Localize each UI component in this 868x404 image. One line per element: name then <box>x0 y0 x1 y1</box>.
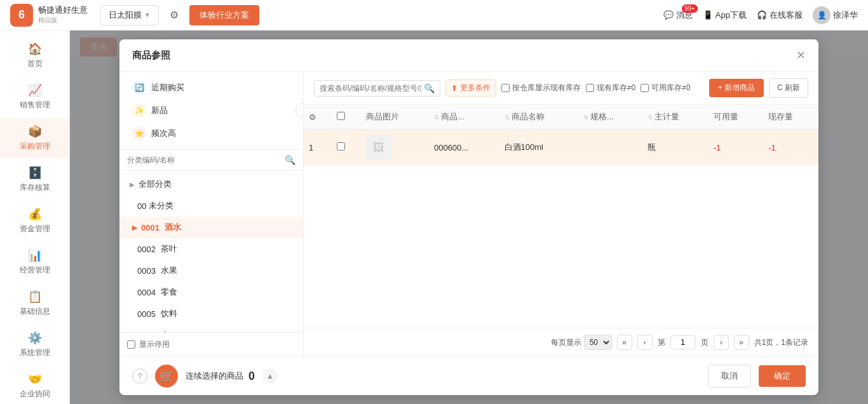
category-item-0001[interactable]: ▶ 0001 酒水 <box>119 217 303 238</box>
category-item-all[interactable]: ▶ 全部分类 <box>119 173 303 195</box>
sidebar-item-finance[interactable]: 💰 资金管理 <box>0 201 69 241</box>
available-stock-checkbox[interactable] <box>641 84 649 92</box>
th-stock: 现存量 <box>763 105 818 130</box>
system-icon: ⚙️ <box>28 331 42 345</box>
sidebar-item-collab[interactable]: 🤝 企业协同 <box>0 366 69 404</box>
sales-icon: 📈 <box>28 83 42 97</box>
row-unit: 瓶 <box>642 130 709 166</box>
trial-button[interactable]: 体验行业方案 <box>189 5 259 25</box>
help-icon[interactable]: ? <box>132 368 147 384</box>
add-product-button[interactable]: + 新增商品 <box>709 79 764 97</box>
row-check <box>332 130 361 166</box>
cart-icon[interactable]: 🛒 <box>155 365 178 387</box>
available-stock-filter[interactable]: 可用库存≠0 <box>641 83 690 93</box>
sidebar-item-business[interactable]: 📊 经营管理 <box>0 242 69 282</box>
row-checkbox[interactable] <box>337 142 345 151</box>
store-dropdown[interactable]: 日太阳膜 ▼ <box>100 5 159 25</box>
message-icon: 💬 <box>663 10 674 20</box>
category-search-icon[interactable]: 🔍 <box>285 155 295 165</box>
th-stock-label: 现存量 <box>768 111 793 123</box>
page-number-input[interactable] <box>670 335 696 349</box>
sidebar-item-home[interactable]: 🏠 首页 <box>0 36 69 76</box>
search-icon[interactable]: 🔍 <box>424 83 435 93</box>
category-item-0003[interactable]: 0003 水果 <box>119 260 303 281</box>
next-page-button[interactable]: › <box>714 335 729 350</box>
category-item-0005[interactable]: 0005 饮料 <box>119 303 303 325</box>
more-filter-button[interactable]: ⬆ 更多条件 <box>445 79 496 97</box>
th-code[interactable]: ⇅ 商品... <box>429 105 499 130</box>
settings-icon[interactable]: ⚙ <box>164 5 184 25</box>
sort-icon-spec: ⇅ <box>583 114 588 121</box>
product-table-area: ⚙ 商品图片 <box>304 105 818 328</box>
show-disabled-checkbox[interactable] <box>127 340 135 349</box>
cat-code-0001: 0001 <box>141 223 159 232</box>
th-img: 商品图片 <box>361 105 429 130</box>
warehouse-stock-filter[interactable]: 按仓库显示现有库存 <box>501 83 581 93</box>
collapse-bottom-icon[interactable]: ▲ <box>262 368 278 384</box>
warehouse-stock-checkbox[interactable] <box>501 84 510 92</box>
sidebar-label-inventory: 库存核算 <box>20 182 50 193</box>
modal-close-icon[interactable]: ✕ <box>796 48 806 62</box>
sidebar-item-purchase[interactable]: 📦 采购管理 <box>0 118 69 158</box>
quick-link-freq[interactable]: ⭐ 频次高 <box>127 123 295 144</box>
cancel-button[interactable]: 取消 <box>708 365 751 387</box>
basic-info-icon: 📋 <box>28 290 42 304</box>
service-nav-item[interactable]: 🎧 在线客服 <box>757 10 803 21</box>
cat-arrow-0001-icon: ▶ <box>132 224 137 231</box>
sidebar-item-sales[interactable]: 📈 销售管理 <box>0 77 69 117</box>
app-download-nav-item[interactable]: 📱 App下载 <box>703 10 747 21</box>
business-icon: 📊 <box>28 248 42 262</box>
category-item-0008[interactable]: 0008 水 <box>119 325 303 332</box>
available-stock-label: 可用库存≠0 <box>651 83 690 93</box>
cat-code-0003: 0003 <box>137 266 156 276</box>
current-stock-checkbox[interactable] <box>586 84 594 92</box>
product-search-input[interactable] <box>320 84 421 93</box>
sidebar-item-inventory[interactable]: 🗄️ 库存核算 <box>0 159 69 199</box>
sidebar-label-purchase: 采购管理 <box>20 141 50 152</box>
sidebar-item-system[interactable]: ⚙️ 系统管理 <box>0 325 69 365</box>
collab-icon: 🤝 <box>28 372 42 386</box>
th-settings: ⚙ <box>304 105 332 130</box>
sidebar-item-basic-info[interactable]: 📋 基础信息 <box>0 283 69 323</box>
table-row[interactable]: 1 🖼 000600... 白酒100ml <box>304 130 818 166</box>
th-spec-label: 规格... <box>590 111 614 123</box>
confirm-button[interactable]: 确定 <box>759 365 806 387</box>
home-icon: 🏠 <box>28 42 42 56</box>
first-page-button[interactable]: « <box>617 335 632 350</box>
sidebar-label-business: 经营管理 <box>20 265 50 276</box>
headset-icon: 🎧 <box>757 10 767 20</box>
show-disabled-label: 显示停用 <box>139 339 170 350</box>
th-name[interactable]: ⇅ 商品名称 <box>499 105 578 130</box>
page-unit: 页 <box>701 337 709 348</box>
page-size-dropdown[interactable]: 50 <box>584 335 612 350</box>
collapse-panel-icon[interactable]: 《 <box>295 103 304 118</box>
sort-icon-name: ⇅ <box>505 114 510 121</box>
page-size-select: 每页显示 50 <box>551 335 612 350</box>
category-item-0004[interactable]: 0004 零食 <box>119 281 303 303</box>
current-stock-filter[interactable]: 现有库存≠0 <box>586 83 635 93</box>
expand-arrow-icon: ▶ <box>130 181 135 188</box>
cat-name-0004: 零食 <box>161 286 177 298</box>
selected-info: 连续选择的商品 0 <box>186 370 255 383</box>
refresh-button[interactable]: C 刷新 <box>769 78 808 98</box>
inventory-icon: 🗄️ <box>28 166 42 180</box>
messages-nav-item[interactable]: 💬 消息 99+ <box>663 10 693 21</box>
category-search-input[interactable] <box>127 156 282 165</box>
quick-link-new-label: 新品 <box>151 105 168 116</box>
table-header-row: ⚙ 商品图片 <box>304 105 818 130</box>
logo-icon: 6 <box>10 4 33 27</box>
quick-link-recent[interactable]: 🔄 近期购买 <box>127 77 295 98</box>
category-list: ▶ 全部分类 00 未分类 ▶ 0001 酒水 <box>119 171 303 332</box>
user-nav-item[interactable]: 👤 徐泽华 <box>813 6 858 24</box>
th-unit[interactable]: ⇅ 主计量 <box>642 105 709 130</box>
quick-link-new[interactable]: ✨ 新品 <box>127 100 295 121</box>
last-page-button[interactable]: » <box>734 335 749 350</box>
selected-text: 连续选择的商品 <box>186 370 243 382</box>
th-img-label: 商品图片 <box>366 111 399 123</box>
select-all-checkbox[interactable] <box>337 112 345 120</box>
th-spec[interactable]: ⇅ 规格... <box>578 105 642 130</box>
category-item-0002[interactable]: 0002 茶叶 <box>119 238 303 260</box>
logo-subtitle: 精品版 <box>38 16 88 25</box>
category-item-00[interactable]: 00 未分类 <box>119 195 303 217</box>
prev-page-button[interactable]: ‹ <box>637 335 653 350</box>
